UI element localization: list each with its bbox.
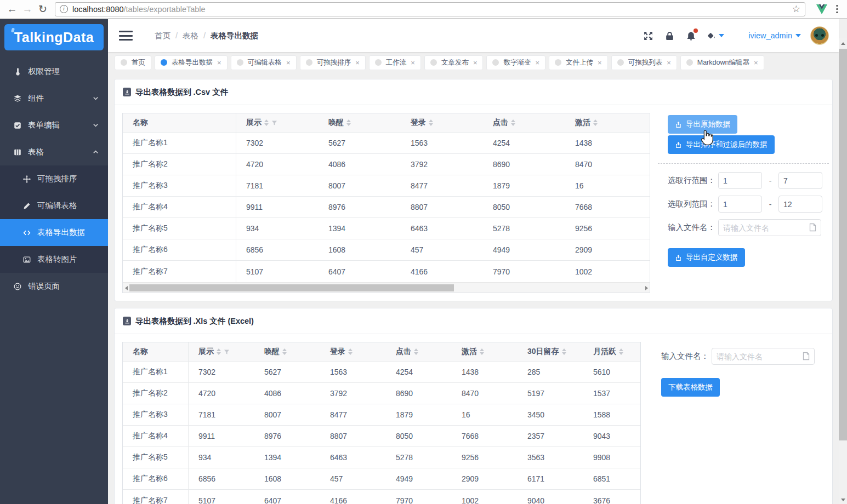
filename-input[interactable] [718,219,821,236]
sidebar-item-tables[interactable]: 表格 [0,139,108,165]
table-row[interactable]: 推广名称6685616084574949290961716851 [123,468,640,490]
table-row[interactable]: 推广名称5934139464635278925635639908 [123,447,640,468]
filename-input[interactable] [712,348,815,365]
sort-icon[interactable] [414,348,418,355]
tag-tab[interactable]: Markdown编辑器× [680,55,764,70]
avatar[interactable] [810,26,829,45]
notification-bell-icon[interactable] [685,30,697,42]
sidebar-item-exportable-table[interactable]: 表格导出数据 [0,219,108,246]
scroll-down-icon[interactable] [839,496,847,504]
table-row[interactable]: 推广名称1730256271563425414382855610 [123,362,640,383]
close-icon[interactable]: × [754,59,758,66]
column-header[interactable]: 点击 [386,342,452,361]
row-to-input[interactable] [778,172,822,189]
row-from-input[interactable] [718,172,762,189]
table-row[interactable]: 推广名称24720408637928690847051971537 [123,383,640,404]
sort-icon[interactable] [511,119,515,126]
vue-devtools-icon[interactable] [815,3,828,15]
scroll-right-icon[interactable] [643,283,650,293]
column-header[interactable]: 展示 [189,342,254,361]
column-header[interactable]: 唤醒 [254,342,320,361]
sort-icon[interactable] [429,119,433,126]
page-info-icon[interactable]: i [60,5,68,13]
app-logo[interactable]: TalkingData [4,24,104,50]
sidebar-item-auth[interactable]: 权限管理 [0,58,108,85]
sidebar-item-table-to-image[interactable]: 表格转图片 [0,246,108,273]
bookmark-star-icon[interactable]: ☆ [792,3,800,15]
close-icon[interactable]: × [411,59,415,66]
table-row[interactable]: 推广名称66856160845749492909 [123,239,650,261]
table-row[interactable]: 推广名称49911897688078050766823579043 [123,426,640,447]
column-header[interactable]: 唤醒 [319,113,401,132]
table-row[interactable]: 推广名称3718180078477187916 [123,175,650,197]
sort-icon[interactable] [593,119,598,126]
tag-tab[interactable]: 数字渐变× [486,55,545,70]
column-header[interactable]: 激活 [452,342,518,361]
export-filtered-button[interactable]: 导出排序和过滤后的数据 [668,135,775,154]
browser-menu-icon[interactable] [832,5,843,14]
sort-icon[interactable] [282,348,287,355]
sort-icon[interactable] [264,119,269,126]
sort-icon[interactable] [619,348,623,355]
table-row[interactable]: 推广名称59341394646352789256 [123,218,650,239]
column-header[interactable]: 登录 [401,113,483,132]
table-row[interactable]: 推广名称75107640741667970100290403676 [123,490,640,504]
sidebar-item-draggable-sort[interactable]: 可拖拽排序 [0,165,108,192]
sort-icon[interactable] [348,348,353,355]
table-row[interactable]: 推广名称247204086379286908470 [123,154,650,175]
fullscreen-icon[interactable] [642,30,654,42]
close-icon[interactable]: × [598,59,602,66]
column-header[interactable]: 点击 [483,113,565,132]
back-icon[interactable]: ← [4,3,20,15]
vertical-scrollbar[interactable] [839,38,847,504]
filter-funnel-icon[interactable] [224,349,230,355]
tag-tab[interactable]: 文件上传× [549,55,608,70]
scroll-left-icon[interactable] [123,283,129,293]
address-bar[interactable]: i localhost:8080/tables/exportableTable … [55,2,805,16]
sidebar-item-components[interactable]: 组件 [0,85,108,112]
close-icon[interactable]: × [217,59,221,66]
column-header[interactable]: 30日留存 [518,342,583,361]
table-row[interactable]: 推广名称371818007847718791634501588 [123,404,640,426]
tag-tab[interactable]: 可拖拽排序× [300,55,366,70]
collapse-menu-icon[interactable] [119,31,133,41]
export-raw-button[interactable]: 导出原始数据 [668,115,737,134]
close-icon[interactable]: × [535,59,539,66]
col-from-input[interactable] [718,196,762,213]
sidebar-item-error-pages[interactable]: 错误页面 [0,273,108,300]
close-icon[interactable]: × [286,59,291,66]
download-table-button[interactable]: 下载表格数据 [661,378,720,397]
sort-icon[interactable] [480,348,484,355]
close-icon[interactable]: × [473,59,477,66]
scrollbar-thumb[interactable] [129,284,454,291]
tag-tab[interactable]: 首页 [115,55,151,70]
reload-icon[interactable]: ↻ [35,3,50,15]
close-icon[interactable]: × [355,59,360,66]
tag-tab[interactable]: 表格导出数据× [155,55,228,70]
tag-tab[interactable]: 工作流× [369,55,421,70]
table-row[interactable]: 推广名称751076407416679701002 [123,261,650,282]
breadcrumb-item[interactable]: 表格 [183,31,198,41]
close-icon[interactable]: × [667,59,671,66]
theme-ink-icon[interactable] [706,30,725,42]
column-header[interactable]: 展示 [236,113,319,132]
horizontal-scrollbar[interactable] [123,282,650,293]
col-to-input[interactable] [778,196,822,213]
tag-tab[interactable]: 文章发布× [424,55,484,70]
export-custom-button[interactable]: 导出自定义数据 [668,248,745,267]
tag-tab[interactable]: 可拖拽列表× [611,55,677,70]
scroll-up-icon[interactable] [839,39,847,48]
breadcrumb-item[interactable]: 首页 [155,31,170,41]
table-row[interactable]: 推广名称173025627156342541438 [123,133,650,154]
sort-icon[interactable] [217,348,221,355]
column-header[interactable]: 月活跃 [583,342,640,361]
column-header[interactable]: 登录 [320,342,386,361]
tag-tab[interactable]: 可编辑表格× [231,55,297,70]
lock-icon[interactable] [663,30,675,42]
sort-icon[interactable] [346,119,351,126]
scrollbar-thumb[interactable] [839,49,847,440]
table-row[interactable]: 推广名称499118976880780507668 [123,197,650,218]
sort-icon[interactable] [562,348,566,355]
filter-funnel-icon[interactable] [271,120,277,126]
sidebar-item-editable-table[interactable]: 可编辑表格 [0,192,108,219]
